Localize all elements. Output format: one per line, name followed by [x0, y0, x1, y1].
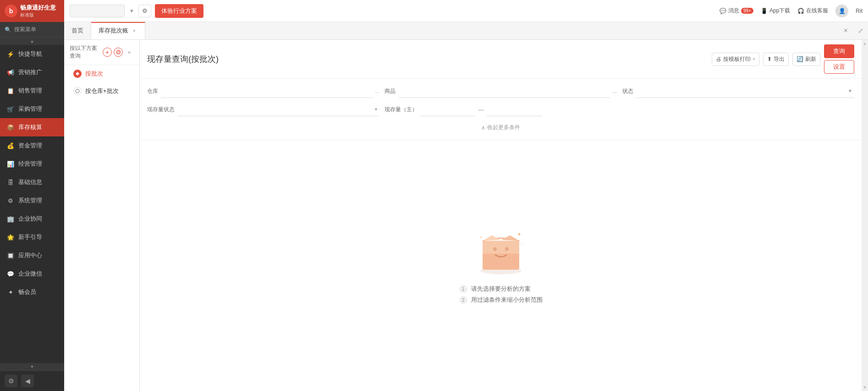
sales-label: 销售管理	[18, 87, 42, 95]
member-icon: ✦	[6, 288, 15, 296]
app-download-label: App下载	[769, 7, 790, 15]
sidebar-settings-btn[interactable]: ⚙	[5, 375, 17, 387]
product-more-btn[interactable]: ...	[612, 88, 616, 94]
tab-home[interactable]: 首页	[64, 22, 91, 39]
sidebar-item-purchase[interactable]: 🛒 采购管理	[0, 100, 64, 118]
quick-nav-icon: ⚡	[6, 50, 15, 58]
hint-num-2: 2	[459, 296, 467, 304]
scheme-panel-header: 按以下方案查询 + ⚙ «	[64, 40, 139, 65]
trial-btn[interactable]: 体验行业方案	[155, 4, 203, 18]
sidebar-scroll-down[interactable]: ▼	[0, 363, 64, 370]
topbar-search-input[interactable]	[70, 5, 125, 17]
svg-rect-3	[483, 241, 519, 254]
inventory-status-select[interactable]: ▾	[177, 103, 379, 116]
tab-active-label: 库存批次账	[99, 27, 128, 35]
hint-num-1: 1	[459, 285, 467, 293]
sidebar-item-quick-nav[interactable]: ⚡ 快捷导航	[0, 45, 64, 63]
online-service-icon: 🎧	[797, 8, 804, 14]
empty-illustration: ✦ ✦ ✦	[471, 227, 531, 277]
page-header-actions: 🖨 按模板打印 ▾ ⬆ 导出 🔄 刷新 查询 设置	[712, 44, 854, 74]
status-filter: 状态 ▼	[622, 84, 854, 98]
purchase-label: 采购管理	[18, 105, 42, 113]
main-content: ▾ ⚙ 体验行业方案 💬 消息 99+ 📱 App下载 🎧 在线客服 👤	[64, 0, 868, 391]
sidebar-item-system[interactable]: ⚙ 系统管理	[0, 191, 64, 210]
collapse-more-btn[interactable]: ∧ 收起更多条件	[147, 121, 854, 134]
expand-btn[interactable]: ⤢	[853, 27, 868, 34]
refresh-icon: 🔄	[797, 56, 803, 62]
sidebar-scroll-up[interactable]: ▲	[0, 38, 64, 45]
svg-point-5	[505, 247, 509, 251]
collapse-up-icon: ∧	[481, 125, 485, 131]
message-label: 消息	[728, 7, 739, 15]
scheme-item-batch[interactable]: 按批次	[64, 65, 139, 82]
tab-close-btn[interactable]: ×	[131, 27, 137, 34]
inventory-qty-min[interactable]	[420, 103, 475, 116]
app-version: 标准版	[20, 12, 56, 18]
basic-label: 基础信息	[18, 178, 42, 186]
sidebar-item-enterprise[interactable]: 🏢 企业协同	[0, 210, 64, 228]
app-name: 畅康通好生意	[20, 4, 56, 12]
sidebar-item-apps[interactable]: 🔲 应用中心	[0, 246, 64, 265]
scheme-add-btn[interactable]: +	[103, 48, 112, 57]
settings-icon: ⚙	[8, 377, 14, 385]
user-avatar[interactable]: 👤	[835, 5, 848, 17]
app-title-area: 畅康通好生意 标准版	[20, 4, 56, 18]
filter-settings-btn[interactable]: 设置	[824, 60, 854, 74]
panel-close-btn[interactable]: ×	[838, 27, 853, 35]
topbar-gear-btn[interactable]: ⚙	[138, 5, 151, 17]
warehouse-more-btn[interactable]: ...	[375, 88, 379, 94]
business-label: 经营管理	[18, 160, 42, 168]
sidebar-item-wechat[interactable]: 💬 企业微信	[0, 265, 64, 283]
rsb-up-btn[interactable]: ▲	[862, 40, 868, 47]
sidebar-header: b 畅康通好生意 标准版	[0, 0, 64, 22]
sidebar-item-basic[interactable]: 🗄 基础信息	[0, 173, 64, 191]
inventory-qty-max[interactable]	[487, 103, 542, 116]
app-download-btn[interactable]: 📱 App下载	[761, 7, 790, 15]
user-name[interactable]: Rit	[856, 8, 863, 14]
product-input[interactable]	[398, 84, 610, 98]
inventory-label: 库存核算	[18, 123, 42, 131]
finance-icon: 💰	[6, 141, 15, 150]
tab-home-label: 首页	[71, 27, 83, 35]
message-btn[interactable]: 💬 消息 99+	[720, 7, 753, 15]
sidebar-collapse-btn[interactable]: ◀	[21, 375, 34, 387]
export-icon: ⬆	[767, 56, 772, 62]
svg-rect-2	[483, 252, 519, 270]
svg-text:✦: ✦	[521, 243, 523, 246]
query-btn[interactable]: 查询	[824, 44, 854, 58]
sidebar-item-member[interactable]: ✦ 畅会员	[0, 283, 64, 301]
purchase-icon: 🛒	[6, 105, 15, 113]
sidebar-item-inventory[interactable]: 📦 库存核算	[0, 118, 64, 136]
topbar-dropdown-btn[interactable]: ▾	[126, 6, 137, 16]
scheme-collapse-btn[interactable]: «	[125, 48, 134, 57]
hint-item-1: 1 请先选择要分析的方案	[459, 285, 543, 293]
refresh-btn[interactable]: 🔄 刷新	[792, 53, 820, 66]
sidebar-item-business[interactable]: 📊 经营管理	[0, 155, 64, 173]
print-btn[interactable]: 🖨 按模板打印 ▾	[712, 53, 759, 66]
business-icon: 📊	[6, 160, 15, 168]
export-btn[interactable]: ⬆ 导出	[763, 53, 789, 66]
collapse-icon: ◀	[25, 377, 30, 385]
rsb-down-btn[interactable]: ▼	[862, 384, 868, 391]
sidebar-item-finance[interactable]: 💰 资金管理	[0, 136, 64, 155]
sidebar-item-sales[interactable]: 📋 销售管理	[0, 81, 64, 100]
sidebar-item-newbie[interactable]: 🌟 新手引导	[0, 228, 64, 246]
message-badge: 99+	[741, 8, 753, 14]
inventory-status-label: 现存量状态	[147, 106, 175, 114]
right-area: 现存量查询(按批次) 🖨 按模板打印 ▾ ⬆ 导出 🔄 刷新	[140, 40, 862, 391]
scheme-settings-btn[interactable]: ⚙	[114, 48, 123, 57]
scheme-batch-label: 按批次	[85, 70, 103, 78]
scheme-item-warehouse-batch[interactable]: 按仓库+批次	[64, 82, 139, 100]
sidebar-search[interactable]: 🔍 搜索菜单	[0, 22, 64, 38]
online-service-btn[interactable]: 🎧 在线客服	[797, 7, 828, 15]
right-scrollbar: ▲ ▼	[862, 40, 868, 391]
warehouse-input[interactable]	[161, 84, 373, 98]
status-select[interactable]: ▼	[636, 84, 854, 98]
tab-inventory-batch[interactable]: 库存批次账 ×	[91, 22, 145, 39]
svg-point-0	[76, 89, 79, 93]
sidebar-item-marketing[interactable]: 📢 营销推广	[0, 63, 64, 81]
filter-row-1: 仓库 ... 商品 ... 状态 ▼	[147, 84, 854, 98]
marketing-label: 营销推广	[18, 68, 42, 76]
warehouse-label: 仓库	[147, 87, 158, 95]
marketing-icon: 📢	[6, 68, 15, 76]
